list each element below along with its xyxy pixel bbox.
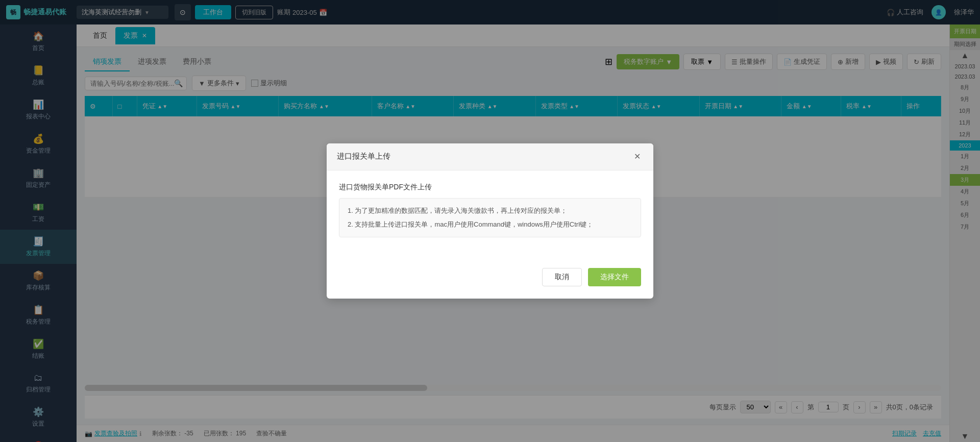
close-icon: ✕ [634,152,641,161]
modal-cancel-button[interactable]: 取消 [542,268,582,286]
modal-section-title: 进口货物报关单PDF文件上传 [339,183,641,192]
modal-header: 进口报关单上传 ✕ [327,143,653,170]
modal-footer: 取消 选择文件 [327,260,653,299]
modal-info-item-1: 1. 为了更加精准的数据匹配，请先录入海关缴款书，再上传对应的报关单； [348,206,632,216]
modal-info-item-2: 2. 支持批量上传进口报关单，mac用户使用Command键，windows用户… [348,219,632,230]
modal-confirm-button[interactable]: 选择文件 [588,268,641,286]
modal-overlay[interactable]: 进口报关单上传 ✕ 进口货物报关单PDF文件上传 1. 为了更加精准的数据匹配，… [0,0,980,442]
modal-title: 进口报关单上传 [337,152,390,161]
modal-body: 进口货物报关单PDF文件上传 1. 为了更加精准的数据匹配，请先录入海关缴款书，… [327,170,653,260]
import-customs-modal: 进口报关单上传 ✕ 进口货物报关单PDF文件上传 1. 为了更加精准的数据匹配，… [327,143,653,299]
modal-info-box: 1. 为了更加精准的数据匹配，请先录入海关缴款书，再上传对应的报关单； 2. 支… [339,198,641,238]
modal-close-button[interactable]: ✕ [631,151,643,163]
